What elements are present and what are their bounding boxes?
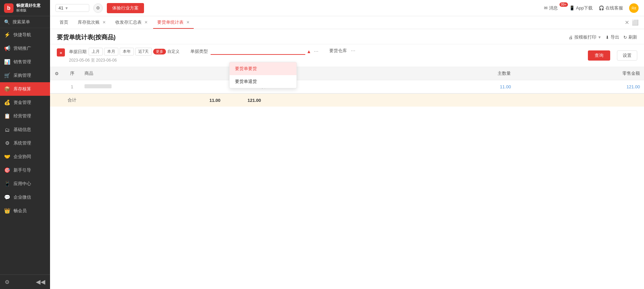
tab-bar: 首页 库存批次账 ✕ 收发存汇总表 ✕ 要货单统计表 ✕ ✕ ⬜ <box>50 16 644 29</box>
sidebar-search[interactable]: 🔍 搜索菜单 <box>0 16 50 28</box>
sidebar-item-purchase[interactable]: 🛒 采购管理 <box>0 69 50 82</box>
date-range-display: 2023-05-06 至 2023-06-06 <box>69 58 180 63</box>
print-button[interactable]: 🖨 按模板打印 ▼ <box>569 34 601 40</box>
last-7-days-btn[interactable]: 近7天 <box>135 48 152 55</box>
trial-button[interactable]: 体验行业方案 <box>107 3 144 13</box>
type-select-chevron-icon[interactable]: ▲ <box>307 49 311 54</box>
date-filter-group: 单据日期 上月 本月 本年 近7天 更多 自定义 2023-05-06 至 20… <box>69 48 180 63</box>
tab-close-icon[interactable]: ✕ <box>102 20 106 25</box>
export-label: 导出 <box>611 34 619 40</box>
table-container: ⚙ 序 商品 主计量单位 主数量 零售金额 1 <box>50 67 644 93</box>
sidebar-item-operations[interactable]: 📋 经营管理 <box>0 109 50 123</box>
this-month-btn[interactable]: 本月 <box>104 48 118 55</box>
search-icon: 🔍 <box>4 19 10 25</box>
table-row: 1 块 11.00 121.00 <box>50 80 644 93</box>
sidebar-item-apps[interactable]: 📱 应用中心 <box>0 177 50 191</box>
col-no: 序 <box>64 67 80 80</box>
page-title: 要货单统计表(按商品) <box>57 33 116 41</box>
sidebar-item-member[interactable]: 👑 畅会员 <box>0 204 50 218</box>
sidebar-item-quick-nav[interactable]: ⚡ 快捷导航 <box>0 28 50 42</box>
dropdown-item-demand-order[interactable]: 要货单要货 <box>230 62 296 75</box>
basics-icon: 🗂 <box>4 127 10 133</box>
sidebar-search-label: 搜索菜单 <box>13 19 30 25</box>
marketing-icon: 📢 <box>4 45 10 51</box>
row-no: 1 <box>64 80 80 93</box>
tab-demand-stats[interactable]: 要货单统计表 ✕ <box>153 17 194 29</box>
dropdown-item-label: 要货单要货 <box>235 66 257 71</box>
refresh-button[interactable]: ↻ 刷新 <box>623 34 637 40</box>
refresh-icon: ↻ <box>623 35 627 40</box>
header-left: 41 ▼ ⚙ 体验行业方案 <box>55 3 144 13</box>
sidebar-settings-icon[interactable]: ⚙ <box>5 279 9 285</box>
logo-icon: b <box>4 3 14 13</box>
row-gear-cell <box>50 80 64 93</box>
filter-expand-button[interactable]: » <box>57 48 65 57</box>
last-month-btn[interactable]: 上月 <box>89 48 103 55</box>
finance-icon: 💰 <box>4 99 10 106</box>
custom-date-label[interactable]: 自定义 <box>167 49 180 54</box>
sidebar-label: 资金管理 <box>14 99 31 106</box>
tab-close-icon[interactable]: ✕ <box>186 20 190 25</box>
sidebar-item-sales[interactable]: 📊 销售管理 <box>0 55 50 69</box>
tab-label: 库存批次账 <box>78 19 100 25</box>
this-year-btn[interactable]: 本年 <box>120 48 134 55</box>
sidebar-label: 销售管理 <box>14 59 31 65</box>
wechat-icon: 💬 <box>4 194 10 200</box>
row-amount: 121.00 <box>515 80 644 93</box>
sidebar-label: 基础信息 <box>14 127 31 133</box>
sidebar-item-wechat[interactable]: 💬 企业微信 <box>0 191 50 204</box>
page-content: 要货单统计表(按商品) 🖨 按模板打印 ▼ ⬇ 导出 ↻ 刷新 <box>50 29 644 289</box>
type-label: 单据类型 <box>190 48 208 54</box>
table-header-row: ⚙ 序 商品 主计量单位 主数量 零售金额 <box>50 67 644 80</box>
header-gear-button[interactable]: ⚙ <box>93 3 103 13</box>
tab-receive-summary[interactable]: 收发存汇总表 ✕ <box>111 17 152 29</box>
tab-close-icon[interactable]: ✕ <box>144 20 148 25</box>
sidebar-item-finance[interactable]: 💰 资金管理 <box>0 96 50 109</box>
page-inner: 要货单统计表(按商品) 🖨 按模板打印 ▼ ⬇ 导出 ↻ 刷新 <box>50 29 644 289</box>
app-download-button[interactable]: 📱 App下载 <box>569 5 593 11</box>
phone-icon: 📱 <box>569 5 575 10</box>
company-value: 41 <box>58 5 63 10</box>
tab-inventory-batch[interactable]: 库存批次账 ✕ <box>74 17 110 29</box>
purchase-icon: 🛒 <box>4 72 10 79</box>
messages-button[interactable]: ✉ 消息 99+ <box>544 5 563 11</box>
sidebar-item-guide[interactable]: 🎯 新手引导 <box>0 163 50 177</box>
type-dropdown: 要货单要货 要货单退货 <box>229 62 297 88</box>
tab-home[interactable]: 首页 <box>55 17 72 29</box>
settings-button[interactable]: 设置 <box>617 50 637 61</box>
sidebar-label: 新手引导 <box>14 167 31 173</box>
type-more-dots-icon[interactable]: ··· <box>314 48 318 54</box>
date-buttons: 上月 本月 本年 近7天 更多 自定义 <box>89 48 180 55</box>
type-select-input[interactable] <box>211 48 305 55</box>
system-icon: ⚙ <box>4 140 10 146</box>
query-button[interactable]: 查询 <box>588 50 610 61</box>
sidebar-label: 企业微信 <box>14 194 31 200</box>
sidebar-item-system[interactable]: ⚙ 系统管理 <box>0 136 50 150</box>
sidebar-item-marketing[interactable]: 📢 营销推广 <box>0 42 50 55</box>
sidebar-item-basics[interactable]: 🗂 基础信息 <box>0 123 50 136</box>
sidebar-item-enterprise[interactable]: 🤝 企业协同 <box>0 150 50 163</box>
tab-close-all-icon[interactable]: ✕ <box>625 19 629 26</box>
company-selector[interactable]: 41 ▼ <box>55 4 89 12</box>
col-gear[interactable]: ⚙ <box>50 67 64 80</box>
col-amount: 零售金额 <box>515 67 644 80</box>
sidebar: b 畅捷通好生意 标准版 🔍 搜索菜单 ⚡ 快捷导航 📢 营销推广 📊 销售管理… <box>0 0 50 289</box>
dropdown-item-demand-return[interactable]: 要货单退货 <box>230 75 296 88</box>
user-avatar[interactable]: Rit <box>629 3 639 13</box>
tab-expand-icon[interactable]: ⬜ <box>632 19 639 26</box>
online-service-button[interactable]: 🎧 在线客服 <box>599 5 623 11</box>
app-download-label: App下载 <box>576 5 593 11</box>
warehouse-more-dots-icon[interactable]: ··· <box>351 48 355 54</box>
sidebar-label: 企业协同 <box>14 154 31 160</box>
messages-label: 消息 <box>549 5 558 11</box>
gear-icon: ⚙ <box>96 5 100 10</box>
sidebar-item-inventory[interactable]: 📦 库存核算 <box>0 82 50 96</box>
print-label: 按模板打印 <box>574 34 596 40</box>
sidebar-collapse-button[interactable]: ◀◀ <box>36 278 45 286</box>
page-header-actions: 🖨 按模板打印 ▼ ⬇ 导出 ↻ 刷新 <box>569 34 637 40</box>
export-button[interactable]: ⬇ 导出 <box>605 34 619 40</box>
dropdown-item-label: 要货单退货 <box>235 79 257 84</box>
more-dates-btn[interactable]: 更多 <box>153 49 166 54</box>
warehouse-filter-group: 要货仓库 ··· <box>329 48 355 54</box>
date-label: 单据日期 <box>69 49 87 55</box>
